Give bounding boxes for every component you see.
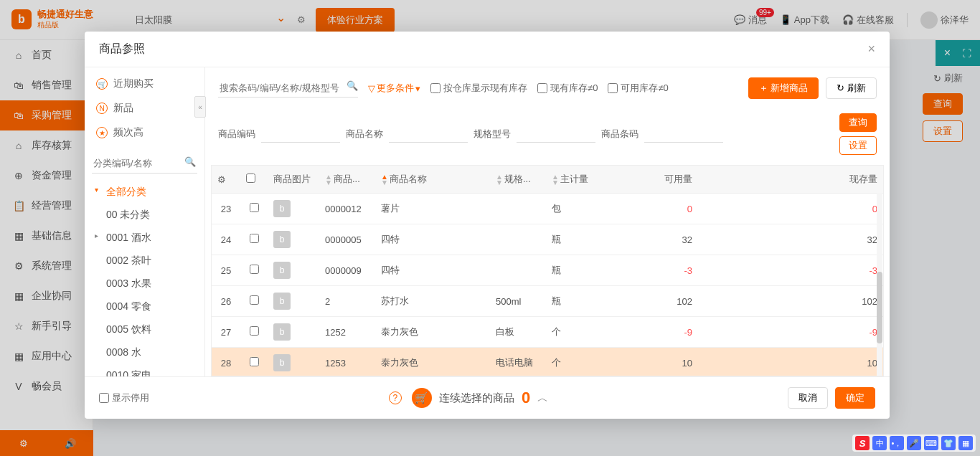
- row-name: 泰力灰色: [375, 348, 490, 377]
- tree-node-6[interactable]: 0005 饮料: [92, 318, 204, 341]
- show-disabled-input[interactable]: [99, 393, 109, 403]
- ime-bar: S 中 •， 🎤 ⌨ 👕 ▦: [852, 434, 976, 452]
- ime-s-icon[interactable]: S: [855, 436, 870, 450]
- cond-name-input[interactable]: [389, 125, 468, 143]
- col-name[interactable]: ▲▼商品名称: [375, 166, 490, 194]
- filter-item-2[interactable]: ★频次高: [85, 120, 204, 145]
- row-name: 四特: [375, 224, 490, 255]
- col-unit[interactable]: ▲▼主计量: [546, 166, 606, 194]
- col-select-all[interactable]: [240, 166, 268, 194]
- search-input[interactable]: [218, 79, 358, 98]
- row-spec: 电话电脑: [490, 348, 546, 377]
- cond-settings-button[interactable]: 设置: [839, 136, 877, 155]
- filter-label: 近期购买: [113, 77, 154, 90]
- collapse-handle[interactable]: «: [194, 96, 206, 118]
- col-stock[interactable]: 现存量: [698, 166, 883, 194]
- select-all-checkbox[interactable]: [246, 174, 255, 183]
- cond-code-input[interactable]: [261, 125, 340, 143]
- cond-query-button[interactable]: 查询: [839, 113, 877, 132]
- chk-avail-input[interactable]: [608, 83, 618, 93]
- filter-item-0[interactable]: 🛒近期购买: [85, 72, 204, 96]
- chk-stock[interactable]: 现有库存≠0: [537, 82, 598, 95]
- row-spec: [490, 194, 546, 224]
- chk-stock-input[interactable]: [537, 83, 547, 93]
- cancel-button[interactable]: 取消: [788, 387, 828, 409]
- tree-node-0[interactable]: 全部分类: [92, 181, 204, 204]
- add-product-button[interactable]: ＋ 新增商品: [748, 77, 819, 99]
- row-image: b: [268, 255, 319, 286]
- chk-warehouse[interactable]: 按仓库显示现有库存: [430, 82, 527, 95]
- col-code[interactable]: ▲▼商品...: [319, 166, 375, 194]
- table-row[interactable]: 24b0000005四特瓶3232: [212, 224, 883, 255]
- row-checkbox[interactable]: [250, 326, 259, 336]
- chk-warehouse-input[interactable]: [430, 83, 440, 93]
- ime-punct[interactable]: •，: [890, 436, 904, 450]
- ime-grid[interactable]: ▦: [958, 436, 973, 450]
- tree-node-3[interactable]: 0002 茶叶: [92, 250, 204, 272]
- table-row[interactable]: 27b1252泰力灰色白板个-9-9: [212, 317, 883, 348]
- chk-avail[interactable]: 可用库存≠0: [608, 82, 668, 95]
- row-stock: 0: [698, 194, 883, 224]
- row-name: 泰力灰色: [375, 317, 490, 348]
- sel-label: 连续选择的商品: [439, 391, 514, 405]
- tree-node-2[interactable]: 0001 酒水: [92, 227, 204, 250]
- row-avail: 32: [606, 224, 698, 255]
- cond-barcode-input[interactable]: [644, 125, 723, 143]
- scrollbar-thumb[interactable]: [877, 272, 882, 343]
- help-icon[interactable]: ?: [389, 391, 402, 404]
- row-avail: -3: [606, 255, 698, 286]
- table-row[interactable]: 25b0000009四特瓶-3-3: [212, 255, 883, 286]
- close-icon[interactable]: ×: [867, 42, 875, 57]
- confirm-button[interactable]: 确定: [835, 387, 875, 409]
- category-search-input[interactable]: [92, 153, 197, 174]
- show-disabled-label: 显示停用: [112, 391, 149, 404]
- row-code: 1252: [319, 317, 375, 348]
- col-spec-label: 规格...: [504, 174, 531, 184]
- row-checkbox-cell: [240, 286, 268, 317]
- ime-mic[interactable]: 🎤: [907, 436, 921, 450]
- search-icon[interactable]: 🔍: [347, 80, 358, 91]
- col-avail[interactable]: 可用量: [606, 166, 698, 194]
- row-checkbox-cell: [240, 317, 268, 348]
- category-search: 🔍: [92, 153, 197, 174]
- ime-zhong[interactable]: 中: [872, 436, 887, 450]
- row-checkbox[interactable]: [250, 234, 259, 243]
- row-code: 0000012: [319, 194, 375, 224]
- row-name: 四特: [375, 255, 490, 286]
- row-checkbox[interactable]: [250, 295, 259, 305]
- ime-skin[interactable]: 👕: [941, 436, 956, 450]
- table-wrap: ⚙ 商品图片 ▲▼商品... ▲▼商品名称 ▲▼规格... ▲▼主计量 可用量 …: [211, 165, 884, 376]
- scrollbar-track[interactable]: [877, 193, 882, 376]
- cond-spec-input[interactable]: [517, 125, 595, 143]
- filter-item-1[interactable]: N新品: [85, 96, 204, 120]
- row-checkbox[interactable]: [250, 357, 259, 366]
- row-unit: 个: [546, 348, 606, 377]
- show-disabled[interactable]: 显示停用: [99, 391, 149, 404]
- chevron-up-icon[interactable]: ︿: [537, 391, 548, 405]
- tree-node-1[interactable]: 00 未分类: [92, 204, 204, 227]
- search-icon[interactable]: 🔍: [184, 156, 196, 167]
- tree-node-8[interactable]: 0010 家电: [92, 364, 204, 376]
- table-row[interactable]: 23b0000012薯片包00: [212, 194, 883, 224]
- table-row[interactable]: 28b1253泰力灰色电话电脑个1010: [212, 348, 883, 377]
- row-avail: 10: [606, 348, 698, 377]
- tree-node-4[interactable]: 0003 水果: [92, 272, 204, 295]
- modal-right-panel: 🔍 ▽ 更多条件 ▾ 按仓库显示现有库存 现有库存≠0 可用库存≠0 ＋ 新增商…: [205, 67, 890, 376]
- col-image[interactable]: 商品图片: [268, 166, 319, 194]
- col-gear[interactable]: ⚙: [212, 166, 240, 194]
- table-row[interactable]: 26b2苏打水500ml瓶102102: [212, 286, 883, 317]
- search-row: 🔍 ▽ 更多条件 ▾ 按仓库显示现有库存 现有库存≠0 可用库存≠0 ＋ 新增商…: [205, 67, 890, 106]
- col-spec[interactable]: ▲▼规格...: [490, 166, 546, 194]
- new-icon: N: [96, 103, 108, 114]
- row-image: b: [268, 286, 319, 317]
- col-unit-label: 主计量: [560, 174, 588, 184]
- row-checkbox[interactable]: [250, 265, 259, 274]
- row-checkbox[interactable]: [250, 203, 259, 212]
- refresh-button[interactable]: ↻ 刷新: [826, 77, 877, 99]
- tree-node-5[interactable]: 0004 零食: [92, 295, 204, 318]
- more-conditions[interactable]: ▽ 更多条件 ▾: [368, 82, 420, 95]
- ime-kb[interactable]: ⌨: [924, 436, 938, 450]
- cond-barcode: 商品条码: [601, 125, 723, 143]
- col-code-label: 商品...: [334, 174, 360, 184]
- tree-node-7[interactable]: 0008 水: [92, 341, 204, 364]
